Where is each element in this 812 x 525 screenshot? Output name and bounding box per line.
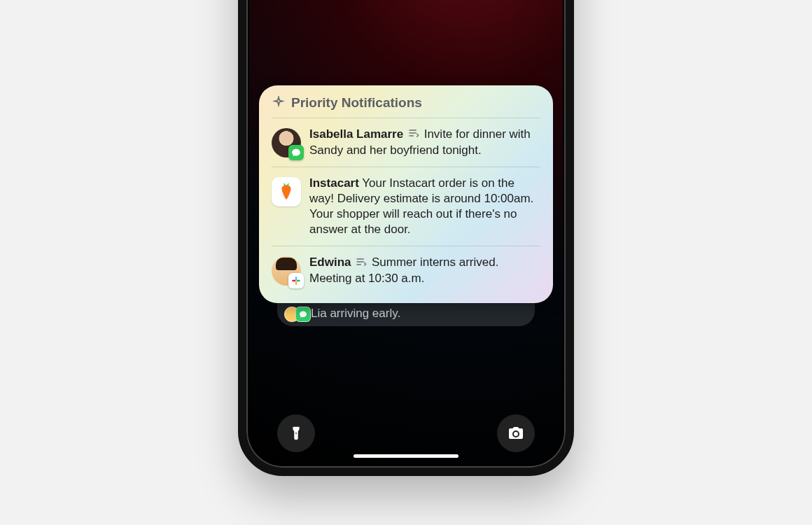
svg-rect-3 xyxy=(292,280,295,281)
priority-sparkle-icon xyxy=(272,96,286,110)
svg-rect-0 xyxy=(295,276,297,280)
background-notification-text: Lia arriving early. xyxy=(311,307,400,321)
priority-notifications-card[interactable]: Priority Notifications Isabella Lamarre xyxy=(259,85,553,303)
notification-text: Edwina Summer interns arrived. Meeting a… xyxy=(309,255,540,286)
flashlight-button[interactable] xyxy=(277,414,315,452)
notification-text: Instacart Your Instacart order is on the… xyxy=(309,176,540,237)
instacart-app-icon xyxy=(272,177,301,206)
slack-app-badge-icon xyxy=(288,273,304,288)
svg-rect-2 xyxy=(295,281,297,285)
notification-row[interactable]: Instacart Your Instacart order is on the… xyxy=(272,167,540,246)
messages-app-badge-icon xyxy=(288,145,304,160)
notification-sender: Edwina xyxy=(309,255,351,269)
priority-header: Priority Notifications xyxy=(272,95,540,118)
notification-sender: Isabella Lamarre xyxy=(309,127,403,141)
camera-icon xyxy=(507,425,524,442)
svg-rect-1 xyxy=(297,280,300,281)
lock-screen-bottom-bar xyxy=(249,414,563,452)
lock-screen: Lia arriving early. Priority Notificatio… xyxy=(249,0,563,465)
notification-row[interactable]: Isabella Lamarre Invite for dinner with … xyxy=(272,118,540,167)
notification-avatar xyxy=(272,177,301,206)
iphone-frame: Lia arriving early. Priority Notificatio… xyxy=(238,0,574,476)
camera-button[interactable] xyxy=(497,414,535,452)
notification-text: Isabella Lamarre Invite for dinner with … xyxy=(309,127,540,158)
notification-avatar xyxy=(272,128,301,158)
flashlight-icon xyxy=(288,426,304,441)
messages-app-icon xyxy=(295,307,311,322)
notification-row[interactable]: Edwina Summer interns arrived. Meeting a… xyxy=(272,246,540,295)
notification-avatar xyxy=(272,256,301,286)
summary-glyph-icon xyxy=(356,255,367,271)
notification-sender: Instacart xyxy=(309,176,359,190)
background-notification-apps xyxy=(284,307,311,322)
notification-stack: Lia arriving early. Priority Notificatio… xyxy=(259,85,553,303)
summary-glyph-icon xyxy=(408,127,419,142)
home-indicator[interactable] xyxy=(354,454,458,458)
priority-title: Priority Notifications xyxy=(291,95,422,111)
